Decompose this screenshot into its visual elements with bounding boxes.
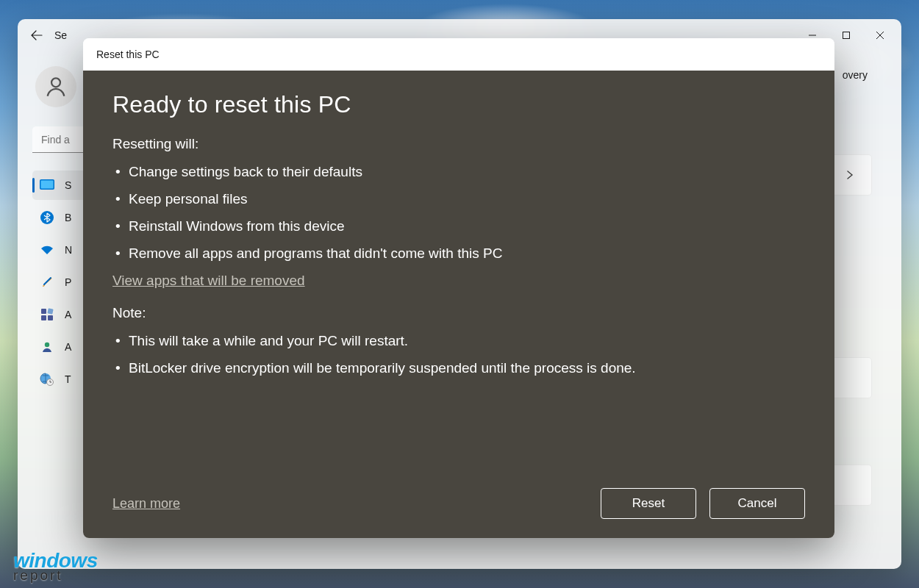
wifi-icon xyxy=(40,243,54,257)
sidebar-item-label: N xyxy=(65,244,72,256)
svg-rect-6 xyxy=(41,309,46,314)
reset-pc-dialog: Reset this PC Ready to reset this PC Res… xyxy=(83,38,834,538)
note-list: This will take a while and your PC will … xyxy=(112,327,805,381)
svg-rect-0 xyxy=(843,32,850,39)
svg-rect-7 xyxy=(47,308,53,314)
apps-icon xyxy=(40,307,54,322)
svg-point-1 xyxy=(51,78,60,87)
sidebar-item-label: B xyxy=(65,212,71,223)
arrow-left-icon xyxy=(31,29,43,41)
learn-more-link[interactable]: Learn more xyxy=(112,496,180,512)
list-item: Change settings back to their defaults xyxy=(112,158,805,185)
list-item: BitLocker drive encryption will be tempo… xyxy=(112,354,805,381)
reset-button[interactable]: Reset xyxy=(601,488,696,519)
close-icon xyxy=(876,31,884,40)
list-item: Keep personal files xyxy=(112,185,805,212)
dialog-header-title: Reset this PC xyxy=(96,49,160,60)
sidebar-item-label: T xyxy=(65,373,71,385)
dialog-header: Reset this PC xyxy=(83,38,834,71)
svg-rect-8 xyxy=(41,315,46,320)
cancel-button[interactable]: Cancel xyxy=(709,488,805,519)
close-button[interactable] xyxy=(863,22,897,49)
maximize-icon xyxy=(842,31,851,40)
bluetooth-icon xyxy=(40,210,54,225)
list-item: Reinstall Windows from this device xyxy=(112,212,805,240)
svg-rect-9 xyxy=(48,315,53,320)
globe-clock-icon xyxy=(40,372,54,387)
person-icon xyxy=(43,74,68,99)
view-apps-link[interactable]: View apps that will be removed xyxy=(112,273,805,289)
avatar xyxy=(35,66,76,107)
sidebar-item-label: A xyxy=(65,341,71,353)
list-item: This will take a while and your PC will … xyxy=(112,327,805,354)
resetting-will-label: Resetting will: xyxy=(112,136,805,152)
reset-effects-list: Change settings back to their defaults K… xyxy=(112,158,805,267)
brush-icon xyxy=(40,275,54,290)
svg-point-10 xyxy=(45,343,49,347)
sidebar-item-label: A xyxy=(65,309,71,320)
list-item: Remove all apps and programs that didn't… xyxy=(112,240,805,267)
chevron-right-icon xyxy=(845,170,855,180)
svg-rect-4 xyxy=(41,181,54,189)
window-title: Se xyxy=(54,29,67,41)
note-label: Note: xyxy=(112,305,805,321)
watermark: windows report xyxy=(13,553,98,581)
back-button[interactable] xyxy=(22,22,51,49)
account-icon xyxy=(40,340,54,354)
system-icon xyxy=(40,178,54,193)
sidebar-item-label: P xyxy=(65,276,71,288)
dialog-title: Ready to reset this PC xyxy=(112,91,805,118)
sidebar-item-label: S xyxy=(65,179,71,191)
